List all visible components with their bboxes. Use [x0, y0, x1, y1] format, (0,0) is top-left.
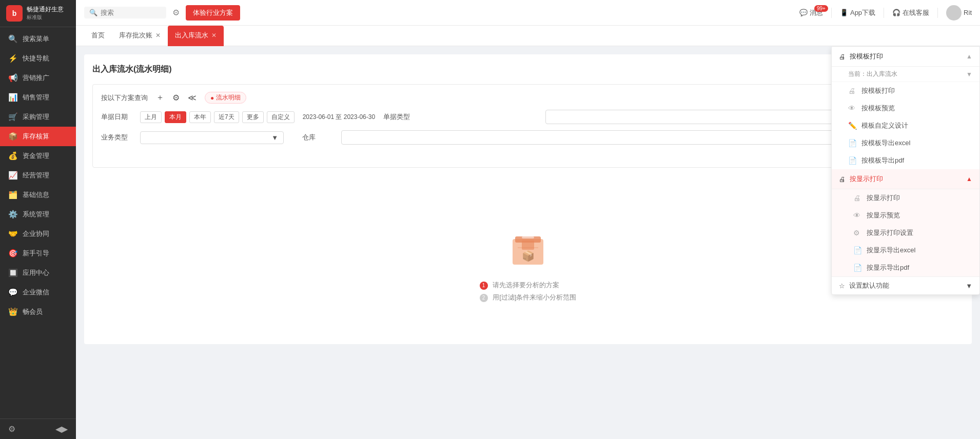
dropdown-display-print-section[interactable]: 🖨 按显示打印 ▲ [832, 169, 979, 189]
online-service-button[interactable]: 🎧 在线客服 [892, 8, 929, 17]
sidebar-item-shortcut[interactable]: ⚡快捷导航 [0, 49, 76, 68]
app-download-button[interactable]: 📱 App下载 [840, 8, 875, 17]
settings-filter-icon[interactable]: ⚙ [172, 93, 180, 103]
date-btn-custom[interactable]: 自定义 [267, 111, 295, 123]
dropdown-item-template-preview[interactable]: 👁 按模板预览 [832, 99, 979, 117]
dropdown-item-display-excel[interactable]: 📄 按显示导出excel [832, 242, 979, 259]
sidebar-item-purchase-label: 采购管理 [23, 112, 49, 122]
warehouse-label: 仓库 [302, 133, 333, 142]
dropdown-icon: ▼ [271, 134, 278, 142]
display-excel-icon: 📄 [853, 246, 861, 254]
dropdown-item-display-preview[interactable]: 👁 按显示预览 [832, 207, 979, 224]
step1-text: 请先选择要分析的方案 [493, 281, 559, 289]
template-pdf-icon: 📄 [848, 156, 856, 165]
date-btn-this-month[interactable]: 本月 [165, 111, 186, 123]
filter-tag[interactable]: ● 流水明细 [205, 92, 246, 104]
dropdown-item-display-pdf[interactable]: 📄 按显示导出pdf [832, 259, 979, 276]
collapse-sidebar-icon[interactable]: ◀▶ [55, 424, 68, 434]
sidebar-item-wechat[interactable]: 💬企业微信 [0, 283, 76, 302]
tab-home[interactable]: 首页 [84, 26, 112, 46]
sidebar-item-member[interactable]: 👑畅会员 [0, 302, 76, 322]
dropdown-item-display-settings[interactable]: ⚙ 按显示打印设置 [832, 224, 979, 242]
tab-flow-close-icon[interactable]: ✕ [211, 32, 217, 39]
user-avatar-area[interactable]: Rit [946, 5, 972, 21]
avatar [946, 5, 962, 21]
add-filter-icon[interactable]: ＋ [156, 92, 164, 103]
sidebar-item-guide[interactable]: 🎯新手引导 [0, 244, 76, 263]
date-label: 单据日期 [101, 112, 132, 122]
topbar: 🔍 ⚙ 体验行业方案 💬 消息 99+ 📱 App下载 🎧 在线客服 [76, 0, 980, 26]
dropdown-title-text: 按模板打印 [850, 52, 883, 61]
search-icon: 🔍 [8, 34, 17, 44]
date-btn-more[interactable]: 更多 [242, 111, 264, 123]
topbar-gear-icon[interactable]: ⚙ [172, 8, 180, 17]
filter-tag-dot: ● [210, 94, 214, 102]
sidebar-item-appCenter-label: 应用中心 [23, 268, 49, 277]
sidebar-item-inventory[interactable]: 📦库存核算 [0, 127, 76, 146]
filter-row-date: 单据日期 上月 本月 本年 近7天 更多 自定义 2023-06-01 至 20… [101, 110, 955, 124]
sales-icon: 📊 [8, 93, 17, 102]
template-print-icon: 🖨 [848, 87, 856, 95]
sidebar-footer: ⚙ ◀▶ [0, 418, 76, 439]
dropdown-item-template-custom[interactable]: ✏️ 模板自定义设计 [832, 117, 979, 134]
sidebar-item-purchase[interactable]: 🛒采购管理 [0, 107, 76, 127]
message-button[interactable]: 💬 消息 99+ [799, 8, 823, 17]
sidebar-item-member-label: 畅会员 [23, 307, 43, 316]
settings-icon[interactable]: ⚙ [8, 424, 15, 434]
date-btn-this-year[interactable]: 本年 [189, 111, 211, 123]
topbar-search-box[interactable]: 🔍 [84, 7, 166, 18]
dropdown-item-display-print[interactable]: 🖨 按显示打印 [832, 189, 979, 207]
tab-batch-close-icon[interactable]: ✕ [155, 32, 161, 39]
sidebar-item-system[interactable]: ⚙️系统管理 [0, 205, 76, 224]
wechat-icon: 💬 [8, 288, 17, 297]
sidebar-item-appCenter[interactable]: 🔲应用中心 [0, 263, 76, 283]
online-service-label: 在线客服 [903, 8, 929, 17]
sidebar-item-sales[interactable]: 📊销售管理 [0, 88, 76, 107]
dropdown-current: 当前：出入库流水 ▼ [832, 67, 979, 82]
date-btn-last-month[interactable]: 上月 [140, 111, 162, 123]
sidebar-item-inventory-label: 库存核算 [23, 132, 49, 141]
sidebar-logo: b 畅捷通好生意 标准版 [0, 0, 76, 27]
finance-icon: 💰 [8, 151, 17, 161]
sidebar-item-operation[interactable]: 📈经营管理 [0, 166, 76, 185]
sidebar-item-enterprise[interactable]: 🤝企业协同 [0, 224, 76, 244]
trial-button[interactable]: 体验行业方案 [186, 5, 240, 21]
filter-tag-label: 流水明细 [216, 93, 241, 102]
sidebar-item-wechat-label: 企业微信 [23, 288, 49, 297]
display-print-label: 按显示打印 [867, 193, 900, 203]
sidebar-item-basic[interactable]: 🗂️基础信息 [0, 185, 76, 205]
app-download-label: App下载 [850, 8, 875, 17]
display-pdf-label: 按显示导出pdf [867, 263, 909, 272]
divider2 [884, 8, 884, 18]
date-btn-7days[interactable]: 近7天 [214, 111, 239, 123]
display-print-icon: 🖨 [853, 194, 861, 202]
business-type-select[interactable]: ▼ [140, 131, 284, 144]
page-title: 出入库流水(流水明细) [92, 64, 172, 75]
inventory-icon: 📦 [8, 132, 17, 141]
app-logo-icon: b [6, 5, 23, 22]
display-settings-label: 按显示打印设置 [867, 228, 913, 237]
tab-flow[interactable]: 出入库流水 ✕ [168, 26, 224, 46]
dropdown-item-template-print[interactable]: 🖨 按模板打印 [832, 82, 979, 99]
collapse-filter-icon[interactable]: ≪ [188, 93, 197, 103]
step-1: 1 请先选择要分析的方案 [480, 281, 577, 290]
sidebar-item-enterprise-label: 企业协同 [23, 229, 49, 238]
search-input[interactable] [101, 9, 162, 16]
sidebar-item-marketing-label: 营销推广 [23, 73, 49, 83]
sidebar-item-finance[interactable]: 💰资金管理 [0, 146, 76, 166]
phone-icon: 📱 [840, 9, 848, 16]
sidebar-item-search[interactable]: 🔍搜索菜单 [0, 29, 76, 49]
step2-num: 2 [480, 294, 488, 302]
dropdown-item-template-excel[interactable]: 📄 按模板导出excel [832, 134, 979, 152]
dropdown-set-default[interactable]: ☆ 设置默认功能 ▼ [832, 276, 979, 294]
dropdown-header[interactable]: 🖨 按模板打印 ▲ [832, 47, 979, 67]
display-print-subsection: 🖨 按显示打印 👁 按显示预览 ⚙ 按显示打印设置 📄 按显示导出excel 📄 [832, 189, 979, 276]
sidebar-menu: 🔍搜索菜单⚡快捷导航📢营销推广📊销售管理🛒采购管理📦库存核算💰资金管理📈经营管理… [0, 27, 76, 418]
dropdown-item-template-pdf[interactable]: 📄 按模板导出pdf [832, 152, 979, 169]
tab-batch[interactable]: 库存批次账 ✕ [112, 26, 168, 46]
template-pdf-label: 按模板导出pdf [861, 156, 904, 165]
enterprise-icon: 🤝 [8, 229, 17, 238]
filter-row-1: 按以下方案查询 ＋ ⚙ ≪ ● 流水明细 [101, 92, 955, 104]
sidebar-item-marketing[interactable]: 📢营销推广 [0, 68, 76, 88]
collapse-button[interactable]: ▲ 收起更多条件 [101, 151, 955, 160]
